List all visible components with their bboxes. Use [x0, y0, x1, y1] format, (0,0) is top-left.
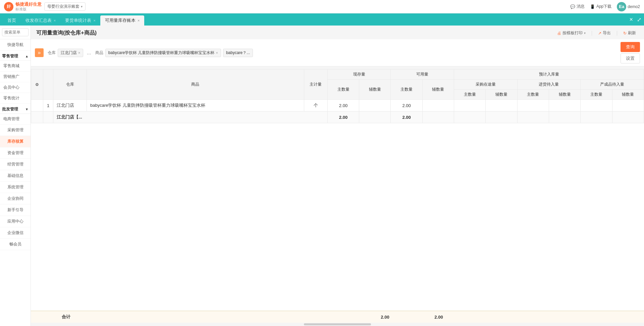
warehouse-tag[interactable]: 江北门店 ×	[58, 49, 83, 57]
subtotal-finished-sub	[612, 111, 644, 123]
cell-gear	[31, 100, 43, 111]
industry-selector[interactable]: 母婴行业演示账套 ▾	[44, 2, 86, 11]
cell-current-sub-qty	[359, 100, 391, 111]
tab-available-ledger-label: 可用量库存账本	[105, 17, 136, 24]
th-current-stock: 现存量	[327, 69, 391, 80]
sidebar: 快捷导航 零售管理 ▲ 零售商城 营销推广 会员中心 零售统计 批发管理 ▼ 电…	[0, 26, 31, 326]
chevron-up-icon: ▲	[25, 54, 29, 58]
product-tag-1-close[interactable]: ×	[216, 51, 218, 55]
sidebar-item-inventory-check[interactable]: 库存核算	[0, 136, 31, 147]
cell-current-main-qty: 2.00	[327, 100, 359, 111]
warehouse-tag-close[interactable]: ×	[78, 51, 80, 55]
product-label: 商品	[95, 50, 103, 56]
close-all-tabs-button[interactable]: ×	[627, 16, 636, 23]
sidebar-item-new-guide[interactable]: 新手引导	[0, 204, 31, 216]
subtotal-available-sub	[422, 111, 454, 123]
tab-order-stats[interactable]: 要货单统计表 ×	[60, 15, 100, 26]
sidebar-item-retail-store[interactable]: 零售商城	[0, 61, 31, 72]
subtotal-empty-1	[31, 111, 43, 123]
subtotal-incoming-main	[517, 111, 549, 123]
th-incoming-label: 进货待入量	[517, 80, 581, 90]
cell-row-num: 1	[43, 100, 53, 111]
tab-receive-summary[interactable]: 收发存汇总表 ×	[21, 15, 60, 26]
sidebar-item-enterprise-wechat[interactable]: 企业微信	[0, 227, 31, 239]
bottom-scroll	[31, 323, 644, 326]
page-header: 可用量查询(按仓库+商品) 🖨 按模板打印 ▾ ↗ 导出 ↻ 刷新	[31, 26, 644, 39]
th-warehouse: 仓库	[53, 69, 87, 100]
print-template-button[interactable]: 🖨 按模板打印 ▾	[554, 29, 588, 37]
sidebar-section-retail[interactable]: 零售管理 ▲	[0, 51, 31, 61]
sidebar-item-enterprise-collab[interactable]: 企业协同	[0, 193, 31, 204]
th-incoming-main: 主数量	[517, 90, 549, 100]
sidebar-item-system[interactable]: 系统管理	[0, 182, 31, 193]
export-button[interactable]: ↗ 导出	[595, 29, 613, 37]
main-layout: 快捷导航 零售管理 ▲ 零售商城 营销推广 会员中心 零售统计 批发管理 ▼ 电…	[0, 26, 644, 326]
subtotal-purchase-main	[454, 111, 486, 123]
sidebar-item-basic-info[interactable]: 基础信息	[0, 170, 31, 182]
refresh-button[interactable]: ↻ 刷新	[621, 29, 639, 37]
refresh-icon: ↻	[623, 31, 627, 36]
total-current-main: 2.00	[372, 315, 398, 320]
search-input[interactable]	[2, 28, 29, 36]
table-footer: 合计 2.00 2.00	[31, 311, 644, 323]
sidebar-item-purchase-mgmt[interactable]: 采购管理	[0, 125, 31, 136]
query-button[interactable]: 查询	[621, 42, 640, 52]
product-tag-2[interactable]: babycare？...	[223, 49, 253, 57]
app-download-button[interactable]: 📱 App下载	[590, 4, 611, 9]
filter-bar: » 仓库 江北门店 × ... 商品 babycare学饮杯 儿童防摔防撞吸管杯…	[31, 39, 644, 66]
sidebar-item-app-center[interactable]: 应用中心	[0, 216, 31, 227]
warehouse-more-button[interactable]: ...	[85, 50, 92, 56]
sidebar-item-member-center[interactable]: 会员中心	[0, 82, 31, 93]
sidebar-item-ecommerce[interactable]: 电商管理	[0, 114, 31, 125]
cell-warehouse: 江北门店	[53, 100, 87, 111]
subtotal-empty-2	[43, 111, 53, 123]
sidebar-item-retail-stats[interactable]: 零售统计	[0, 93, 31, 104]
avatar: Ea	[617, 2, 626, 11]
divider	[592, 31, 592, 36]
subtotal-incoming-sub	[549, 111, 580, 123]
product-tag-1[interactable]: babycare学饮杯 儿童防摔防撞吸管杯重力球吸嘴杯宝宝水杯 ×	[105, 49, 221, 57]
th-available-sub-qty: 辅数量	[422, 80, 454, 100]
logo-icon: 好	[4, 2, 13, 11]
filter-row: 仓库 江北门店 × ... 商品 babycare学饮杯 儿童防摔防撞吸管杯重力…	[48, 49, 616, 57]
sidebar-item-retail-promo[interactable]: 营销推广	[0, 72, 31, 82]
sidebar-item-capital[interactable]: 资金管理	[0, 147, 31, 159]
tab-receive-summary-close[interactable]: ×	[54, 18, 56, 22]
warehouse-filter: 仓库 江北门店 × ...	[48, 49, 93, 57]
th-available-main-qty: 主数量	[391, 80, 422, 100]
subtotal-current-sub	[359, 111, 391, 123]
cell-purchase-sub	[486, 100, 517, 111]
data-table: ⚙ 仓库 商品 主计量 现存量 可用量 预计入库量 主数量 辅数量 主数量 辅数…	[31, 69, 644, 123]
cell-main-unit: 个	[304, 100, 327, 111]
sidebar-section-wholesale[interactable]: 批发管理 ▼	[0, 104, 31, 114]
subtotal-current-main: 2.00	[327, 111, 359, 123]
tab-order-stats-close[interactable]: ×	[93, 18, 95, 22]
total-available-main: 2.00	[425, 315, 452, 320]
th-purchase-sub: 辅数量	[486, 90, 517, 100]
settings-button[interactable]: 设置	[621, 53, 640, 63]
table-row: 1 江北门店 babycare学饮杯 儿童防摔防撞吸管杯重力球吸嘴杯宝宝水杯 个…	[31, 100, 644, 111]
tab-available-ledger[interactable]: 可用量库存账本 ×	[100, 15, 144, 26]
tab-available-ledger-close[interactable]: ×	[138, 18, 140, 22]
logo-text: 畅捷通好生意 标准版	[15, 2, 42, 11]
cell-finished-main	[581, 100, 612, 111]
th-current-main-qty: 主数量	[327, 80, 359, 100]
tab-order-stats-label: 要货单统计表	[65, 17, 91, 24]
user-profile[interactable]: Ea demo2	[617, 2, 640, 11]
sidebar-item-operations[interactable]: 经营管理	[0, 159, 31, 170]
th-available: 可用量	[391, 69, 454, 80]
expand-icon[interactable]: ⤢	[637, 16, 641, 23]
tab-home[interactable]: 首页	[3, 15, 21, 26]
message-button[interactable]: 💬 消息	[570, 4, 585, 9]
th-gear[interactable]: ⚙	[31, 69, 43, 100]
th-finished-label: 产成品待入量	[581, 80, 644, 90]
cell-incoming-main	[517, 100, 549, 111]
chevron-down-icon: ▾	[81, 5, 83, 8]
filter-toggle-button[interactable]: »	[35, 48, 44, 57]
content-area: 可用量查询(按仓库+商品) 🖨 按模板打印 ▾ ↗ 导出 ↻ 刷新	[31, 26, 644, 326]
sidebar-item-vip[interactable]: 畅会员	[0, 239, 31, 250]
print-icon: 🖨	[557, 31, 561, 36]
top-bar-left: 好 畅捷通好生意 标准版 母婴行业演示账套 ▾	[4, 2, 86, 11]
sidebar-item-quick-nav[interactable]: 快捷导航	[0, 39, 31, 51]
sidebar-search-area	[0, 26, 31, 39]
